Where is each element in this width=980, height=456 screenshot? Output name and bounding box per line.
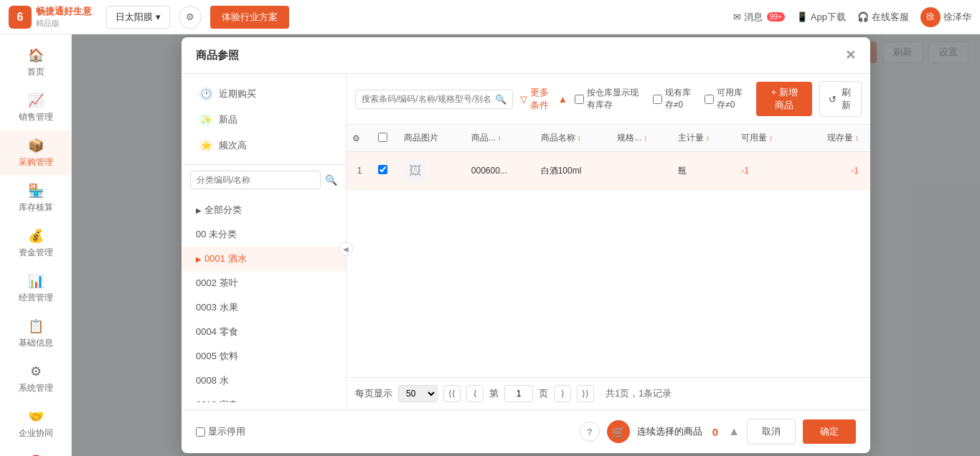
brand-text: 畅捷通好生意 精品版 (36, 5, 92, 29)
settings-icon[interactable]: ⚙ (179, 6, 202, 29)
name-col-label: 商品名称 (541, 132, 575, 144)
nav-new-products[interactable]: ✨ 新品 (190, 107, 337, 133)
category-item-snack[interactable]: 0004 零食 (182, 320, 346, 344)
col-stock[interactable]: 现存量 ↕ (798, 125, 870, 152)
next-page-button[interactable]: ⟩ (554, 385, 571, 402)
category-item-tea[interactable]: 0002 茶叶 (182, 271, 346, 295)
product-table: ⚙ 商品图片 (347, 125, 870, 190)
inventory-icon: 🏪 (28, 183, 44, 199)
col-available[interactable]: 可用量 ↕ (735, 125, 798, 152)
mobile-icon: 📱 (796, 11, 808, 22)
category-item-water[interactable]: 0008 水 (182, 369, 346, 393)
sidebar-item-guide[interactable]: 🎯 新手引导 (0, 447, 71, 456)
avatar: 徐 (920, 7, 941, 27)
select-all-checkbox[interactable] (378, 133, 387, 142)
category-item-liquor[interactable]: ▶ 0001 酒水 (182, 247, 346, 271)
sidebar-item-inventory[interactable]: 🏪 库存核算 (0, 176, 71, 221)
store-dropdown[interactable]: 日太阳膜 ▾ (106, 6, 170, 29)
add-product-button[interactable]: + 新增商品 (756, 82, 812, 116)
filter-icon: ▽ (520, 94, 527, 105)
first-page-button[interactable]: ⟨⟨ (443, 385, 461, 402)
last-page-button[interactable]: ⟩⟩ (577, 385, 594, 402)
category-item-appliance[interactable]: 0010 家电 (182, 393, 346, 402)
page-number-input[interactable] (504, 385, 533, 402)
sidebar-item-business[interactable]: 📊 经营管理 (0, 266, 71, 311)
modal-close-button[interactable]: ✕ (845, 47, 856, 63)
col-code[interactable]: 商品... ↕ (466, 125, 535, 152)
show-disabled-checkbox[interactable]: 显示停用 (196, 425, 245, 438)
prev-page-button[interactable]: ⟨ (466, 385, 484, 402)
user-profile[interactable]: 徐 徐泽华 (920, 7, 971, 27)
col-image: 商品图片 (398, 125, 466, 152)
trial-button[interactable]: 体验行业方案 (210, 6, 289, 29)
row-unit: 瓶 (672, 152, 735, 190)
row-code: 000600... (466, 152, 535, 190)
stock-sort-icon: ↕ (855, 134, 859, 142)
app-download-item[interactable]: 📱 App下载 (796, 11, 846, 24)
sidebar-item-system[interactable]: ⚙ 系统管理 (0, 356, 71, 402)
collapse-panel-button[interactable]: ◀ (339, 242, 353, 256)
sidebar-item-sales[interactable]: 📈 销售管理 (0, 85, 71, 130)
product-search-icon[interactable]: 🔍 (495, 94, 507, 105)
finance-icon: 💰 (28, 228, 44, 244)
chevron-down-icon: ▾ (156, 11, 161, 22)
sidebar-item-purchase[interactable]: 📦 采购管理 (0, 130, 71, 176)
messages-nav-item[interactable]: ✉ 消息 99+ (733, 11, 785, 24)
available-stock-checkbox[interactable]: 可用库存≠0 (705, 87, 749, 111)
more-conditions-btn[interactable]: ▽ 更多条件 ▲ (520, 86, 567, 112)
col-settings[interactable]: ⚙ (347, 125, 372, 152)
cancel-button[interactable]: 取消 (747, 419, 796, 445)
sidebar-item-basic[interactable]: 📋 基础信息 (0, 311, 71, 356)
online-service-item[interactable]: 🎧 在线客服 (857, 11, 909, 24)
help-icon[interactable]: ? (580, 422, 600, 442)
new-icon: ✨ (199, 113, 213, 127)
sidebar-item-home[interactable]: 🏠 首页 (0, 40, 71, 85)
page-suffix: 页 (539, 387, 548, 400)
basic-icon: 📋 (28, 318, 44, 334)
product-search-input[interactable] (362, 94, 491, 104)
per-page-select[interactable]: 50 10 20 100 (398, 385, 438, 402)
col-checkbox (372, 125, 398, 152)
logo-area: 6 畅捷通好生意 精品版 (9, 5, 92, 29)
pagination-bar: 每页显示 50 10 20 100 ⟨⟨ ⟨ 第 页 (347, 377, 870, 409)
sidebar-item-finance[interactable]: 💰 资金管理 (0, 221, 71, 266)
row-select-checkbox[interactable] (378, 165, 387, 174)
headset-icon: 🎧 (857, 11, 869, 22)
nav-high-frequency[interactable]: ⭐ 频次高 (190, 133, 337, 158)
table-row[interactable]: 1 🖼 000600... 白酒100ml (347, 152, 870, 190)
spec-col-label: 规格... (617, 132, 641, 144)
page-label: 第 (489, 387, 499, 400)
system-icon: ⚙ (30, 364, 42, 379)
collapse-up-icon[interactable]: ▲ (728, 425, 740, 438)
col-spec[interactable]: 规格... ↕ (611, 125, 672, 152)
category-search-icon[interactable]: 🔍 (325, 174, 337, 186)
cart-icon: 🛒 (607, 420, 630, 443)
refresh-button[interactable]: ↺ 刷新 (819, 81, 862, 117)
continuous-select-label: 连续选择的商品 (637, 425, 702, 438)
category-item-fruit[interactable]: 0003 水果 (182, 295, 346, 320)
confirm-button[interactable]: 确定 (803, 419, 856, 444)
category-search-input[interactable] (190, 171, 321, 189)
row-checkbox[interactable] (372, 152, 398, 190)
main-area: 查询 刷新 设置 商品参照 ✕ ◀ (72, 34, 980, 456)
nav-recent-purchase[interactable]: 🕐 近期购买 (190, 81, 337, 107)
col-name[interactable]: 商品名称 ↕ (535, 125, 612, 152)
all-categories-item[interactable]: ▶ 全部分类 (182, 198, 346, 222)
column-settings-icon[interactable]: ⚙ (352, 133, 360, 143)
filter-bar: 🔍 ▽ 更多条件 ▲ 按仓库显示现有库存 (347, 74, 870, 125)
category-item-uncategorized[interactable]: 00 未分类 (182, 222, 346, 247)
table-header-row: ⚙ 商品图片 (347, 125, 870, 152)
product-thumbnail: 🖼 (404, 159, 427, 182)
col-unit[interactable]: 主计量 ↕ (672, 125, 735, 152)
total-info: 共1页，1条记录 (606, 387, 672, 400)
logo-icon: 6 (9, 6, 32, 29)
sidebar-item-collab[interactable]: 🤝 企业协同 (0, 402, 71, 447)
category-item-beverage[interactable]: 0005 饮料 (182, 344, 346, 369)
layout: 🏠 首页 📈 销售管理 📦 采购管理 🏪 库存核算 💰 资金管理 📊 经营管理 … (0, 34, 980, 456)
business-icon: 📊 (28, 273, 44, 289)
product-search-box: 🔍 (355, 90, 513, 109)
current-stock-checkbox[interactable]: 现有库存≠0 (653, 87, 697, 111)
selected-count-badge: 0 (712, 426, 718, 438)
warehouse-stock-checkbox[interactable]: 按仓库显示现有库存 (575, 87, 646, 111)
product-table-body: 1 🖼 000600... 白酒100ml (347, 152, 870, 190)
